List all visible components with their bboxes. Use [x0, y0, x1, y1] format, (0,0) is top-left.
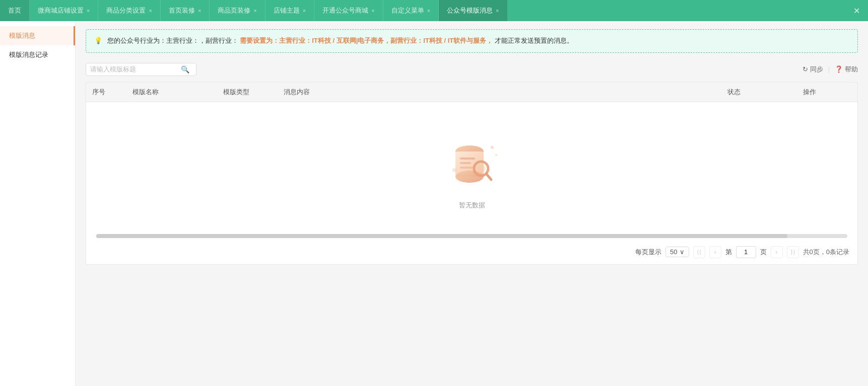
total-info: 共0页，0条记录: [803, 248, 849, 257]
help-button[interactable]: ❓ 帮助: [835, 65, 858, 74]
col-index: 序号: [86, 88, 126, 97]
sync-label: 同步: [810, 65, 823, 74]
tab-home-decor-close[interactable]: ×: [198, 8, 201, 14]
col-type: 模版类型: [217, 88, 278, 97]
page-next-icon: ›: [776, 249, 778, 256]
page-last-icon: ⟩⟩: [790, 249, 795, 256]
svg-rect-5: [460, 167, 473, 169]
tab-shop-settings-label: 微商城店铺设置: [38, 6, 84, 15]
svg-point-10: [495, 154, 497, 156]
horizontal-scrollbar[interactable]: [96, 234, 847, 238]
tab-template-msg-label: 公众号模版消息: [447, 6, 493, 15]
sidebar-item-template-record-label: 模版消息记录: [9, 51, 48, 58]
tab-home-decor[interactable]: 首页装修 ×: [161, 0, 210, 21]
tab-product-decor-close[interactable]: ×: [253, 8, 256, 14]
sidebar: 模版消息 模版消息记录: [0, 21, 76, 386]
page-first-icon: ⟨⟨: [697, 249, 702, 256]
tab-custom-menu-close[interactable]: ×: [427, 8, 430, 14]
svg-line-8: [486, 174, 491, 180]
page-prev-button[interactable]: ‹: [709, 246, 721, 258]
search-icon[interactable]: 🔍: [181, 65, 189, 73]
tab-home[interactable]: 首页: [0, 0, 30, 21]
bulb-icon: 💡: [94, 37, 102, 44]
tab-shop-settings[interactable]: 微商城店铺设置 ×: [30, 0, 98, 21]
tab-shop-settings-close[interactable]: ×: [87, 8, 90, 14]
empty-text: 暂无数据: [459, 201, 485, 210]
sync-icon: ↻: [803, 65, 808, 73]
sidebar-item-template-msg-label: 模版消息: [9, 32, 35, 39]
svg-rect-4: [460, 162, 471, 164]
help-label: 帮助: [845, 65, 858, 74]
tab-open-mall-label: 开通公众号商城: [322, 6, 368, 15]
global-close-button[interactable]: ✕: [845, 6, 868, 16]
table-header: 序号 模版名称 模版类型 消息内容 状态 操作: [86, 83, 857, 102]
tab-template-msg-close[interactable]: ×: [496, 8, 499, 14]
empty-state: 暂无数据: [86, 102, 857, 230]
main-layout: 模版消息 模版消息记录 💡 您的公众号行业为：主营行业：，副营行业： 需要设置为…: [0, 21, 868, 386]
page-unit-label: 页: [760, 248, 767, 257]
tab-custom-menu[interactable]: 自定义菜单 ×: [383, 0, 439, 21]
help-icon: ❓: [835, 65, 843, 73]
svg-point-9: [491, 146, 494, 149]
tab-category-settings-label: 商品分类设置: [106, 6, 146, 15]
page-size-value: 50: [670, 248, 677, 256]
sync-button[interactable]: ↻ 同步: [803, 65, 823, 74]
tab-open-mall[interactable]: 开通公众号商城 ×: [314, 0, 383, 21]
page-next-button[interactable]: ›: [771, 246, 783, 258]
svg-point-7: [477, 164, 486, 173]
col-name: 模版名称: [126, 88, 217, 97]
page-size-label: 每页显示: [635, 248, 661, 257]
page-size-select[interactable]: 50 ∨: [665, 247, 689, 257]
tab-custom-menu-label: 自定义菜单: [391, 6, 424, 15]
tab-shop-theme-label: 店铺主题: [274, 6, 300, 15]
notice-suffix: 才能正常发送预置的消息。: [495, 37, 573, 44]
search-row: 🔍 ↻ 同步 | ❓ 帮助: [86, 63, 858, 76]
page-first-button[interactable]: ⟨⟨: [693, 246, 705, 258]
data-table: 序号 模版名称 模版类型 消息内容 状态 操作: [86, 82, 858, 265]
svg-point-11: [452, 168, 456, 172]
tab-product-decor[interactable]: 商品页装修 ×: [210, 0, 265, 21]
tab-bar: 首页 微商城店铺设置 × 商品分类设置 × 首页装修 × 商品页装修 × 店铺主…: [0, 0, 868, 21]
page-input[interactable]: [736, 246, 756, 258]
tab-template-msg[interactable]: 公众号模版消息 ×: [439, 0, 507, 21]
chevron-down-icon: ∨: [680, 248, 685, 256]
tab-category-settings-close[interactable]: ×: [149, 8, 152, 14]
svg-rect-3: [460, 158, 475, 160]
action-divider: |: [828, 65, 830, 73]
col-action: 操作: [797, 88, 857, 97]
notice-banner: 💡 您的公众号行业为：主营行业：，副营行业： 需要设置为：主营行业：IT科技 /…: [86, 29, 858, 53]
notice-highlight: 需要设置为：主营行业：IT科技 / 互联网|电子商务，副营行业：IT科技 / I…: [240, 37, 493, 44]
search-input-wrap[interactable]: 🔍: [86, 63, 196, 76]
page-prev-icon: ‹: [714, 249, 716, 256]
col-content: 消息内容: [278, 88, 721, 97]
tab-shop-theme-close[interactable]: ×: [303, 8, 306, 14]
tab-category-settings[interactable]: 商品分类设置 ×: [98, 0, 160, 21]
notice-prefix: 您的公众号行业为：主营行业：，副营行业：: [107, 37, 238, 44]
col-status: 状态: [721, 88, 797, 97]
tab-home-decor-label: 首页装修: [169, 6, 195, 15]
search-actions: ↻ 同步 | ❓ 帮助: [803, 65, 858, 74]
scroll-thumb[interactable]: [96, 234, 787, 238]
sidebar-item-template-msg[interactable]: 模版消息: [0, 26, 75, 45]
empty-icon: [442, 132, 502, 193]
tab-open-mall-close[interactable]: ×: [371, 8, 374, 14]
page-last-button[interactable]: ⟩⟩: [787, 246, 799, 258]
pagination-row: 每页显示 50 ∨ ⟨⟨ ‹ 第 页 › ⟩⟩: [86, 242, 857, 264]
search-input[interactable]: [90, 65, 181, 73]
page-go-label: 第: [725, 248, 732, 257]
sidebar-item-template-record[interactable]: 模版消息记录: [0, 45, 75, 64]
tab-product-decor-label: 商品页装修: [218, 6, 250, 15]
tab-shop-theme[interactable]: 店铺主题 ×: [265, 0, 314, 21]
tab-home-label: 首页: [8, 6, 21, 15]
content-area: 💡 您的公众号行业为：主营行业：，副营行业： 需要设置为：主营行业：IT科技 /…: [76, 21, 868, 386]
